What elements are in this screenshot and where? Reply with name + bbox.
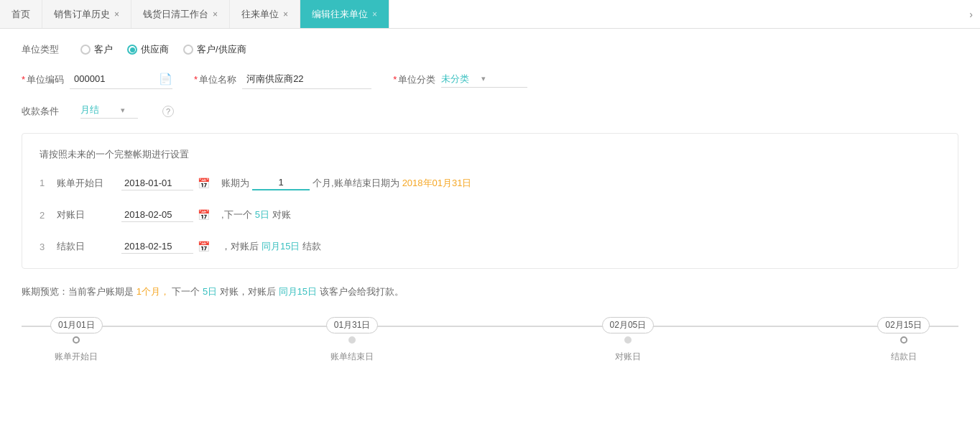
timeline-badge-2: 01月31日 [326,317,379,334]
settings-box: 请按照未来的一个完整帐期进行设置 1 账单开始日 📅 账期为 个月,账单结束日期… [22,133,958,269]
period-text-2: ,下一个 5日 对账 [221,208,291,221]
tab-home[interactable]: 首页 [0,0,42,28]
date-input-wrap-3: 📅 [121,239,210,254]
row-num-2: 2 [40,210,57,221]
settings-row-2: 2 对账日 📅 ,下一个 5日 对账 [40,208,940,222]
chevron-down-icon-2: ▾ [121,106,125,115]
settle-day: 同月15日 [262,240,300,253]
tab-cashier-close[interactable]: × [213,9,218,19]
unit-category-value: 未分类 [441,73,477,86]
timeline-node-2: 01月31日 账单结束日 [326,317,379,363]
help-icon[interactable]: ? [162,106,174,117]
radio-supplier-label: 供应商 [141,43,169,56]
timeline-wrap: 01月01日 账单开始日 01月31日 账单结束日 02月05日 对账日 02月… [43,317,937,363]
tab-sales-history-label: 销售订单历史 [54,8,110,21]
tabs-bar: 首页 销售订单历史 × 钱货日清工作台 × 往来单位 × 编辑往来单位 × › [0,0,980,29]
radio-both[interactable]: 客户/供应商 [183,43,246,56]
tab-sales-history[interactable]: 销售订单历史 × [42,0,131,28]
unit-code-label: *单位编码 [22,73,64,86]
period-text-3: ，对账后 同月15日 结款 [221,240,321,253]
calendar-icon-1[interactable]: 📅 [198,178,210,189]
timeline-node-4: 02月15日 结款日 [877,317,930,363]
period-prefix: 账期为 [221,177,249,190]
unit-code-group: *单位编码 📄 [22,70,172,89]
unit-type-row: 单位类型 客户 供应商 客户/供应商 [22,43,958,56]
date-input-wrap-1: 📅 [121,176,210,190]
calendar-icon-3[interactable]: 📅 [198,241,210,252]
period-text-1: 账期为 个月,账单结束日期为 2018年01月31日 [221,175,471,190]
timeline-container: 01月01日 账单开始日 01月31日 账单结束日 02月05日 对账日 02月… [22,317,958,363]
settle-prefix: ，对账后 [221,240,259,253]
unit-name-input[interactable] [242,70,371,87]
preview-prefix: 账期预览：当前客户账期是 [22,286,134,297]
timeline-node-3: 02月05日 对账日 [602,317,655,363]
reconcile-suffix: 对账 [272,208,291,221]
preview-section: 账期预览：当前客户账期是 1个月， 下一个 5日 对账，对账后 同月15日 该客… [22,283,958,363]
tab-edit-partner-close[interactable]: × [372,9,377,19]
settings-row-3: 3 结款日 📅 ，对账后 同月15日 结款 [40,239,940,254]
period-end-date: 2018年01月31日 [402,177,472,190]
row-num-3: 3 [40,242,57,252]
settings-title: 请按照未来的一个完整帐期进行设置 [40,148,940,161]
timeline-badge-1: 01月01日 [50,317,103,334]
tab-partners[interactable]: 往来单位 × [230,0,300,28]
unit-code-input-wrap: 📄 [70,70,172,89]
period-suffix: 个月,账单结束日期为 [313,177,399,190]
radio-customer-label: 客户 [94,43,113,56]
date-input-wrap-2: 📅 [121,208,210,222]
row-label-2: 对账日 [57,208,121,221]
unit-type-radio-group: 客户 供应商 客户/供应商 [80,43,246,56]
tab-partners-close[interactable]: × [283,9,288,19]
preview-highlight-3: 同月15日 [279,286,317,297]
radio-customer-circle [80,45,91,55]
radio-supplier-circle [127,45,137,55]
tab-more-button[interactable]: › [962,0,980,28]
reconcile-day: 5日 [255,208,269,221]
preview-highlight-2: 5日 [203,286,217,297]
timeline-sublabel-1: 账单开始日 [55,351,98,363]
main-content: 单位类型 客户 供应商 客户/供应商 *单位编码 📄 [0,29,980,437]
tab-edit-partner[interactable]: 编辑往来单位 × [300,0,389,28]
unit-code-input[interactable] [70,70,156,87]
unit-category-select[interactable]: 未分类 ▾ [441,73,527,88]
timeline-sublabel-4: 结款日 [891,351,917,363]
radio-supplier[interactable]: 供应商 [127,43,169,56]
row-label-1: 账单开始日 [57,177,121,190]
unit-category-label: *单位分类 [393,73,435,86]
unit-info-row: *单位编码 📄 *单位名称 *单位分类 未分类 ▾ [22,70,958,89]
timeline-sublabel-3: 对账日 [615,351,641,363]
date-input-2[interactable] [121,208,193,222]
reconcile-prefix: ,下一个 [221,208,252,221]
timeline-sublabel-2: 账单结束日 [330,351,374,363]
radio-customer[interactable]: 客户 [80,43,113,56]
unit-category-group: *单位分类 未分类 ▾ [393,73,527,88]
timeline-dot-3 [624,336,632,344]
tab-cashier[interactable]: 钱货日清工作台 × [131,0,230,28]
timeline-dot-2 [348,336,356,344]
date-input-1[interactable] [121,176,193,190]
settle-suffix: 结款 [302,240,321,253]
row-label-3: 结款日 [57,240,121,253]
payment-terms-label: 收款条件 [22,105,59,118]
unit-code-copy-icon[interactable]: 📄 [159,73,172,86]
tab-home-label: 首页 [11,8,30,21]
period-input[interactable] [252,175,310,190]
timeline-badge-4: 02月15日 [877,317,930,334]
tab-sales-history-close[interactable]: × [114,9,119,19]
settings-row-1: 1 账单开始日 📅 账期为 个月,账单结束日期为 2018年01月31日 [40,175,940,190]
preview-text: 账期预览：当前客户账期是 1个月， 下一个 5日 对账，对账后 同月15日 该客… [22,283,958,300]
calendar-icon-2[interactable]: 📅 [198,209,210,221]
date-input-3[interactable] [121,239,193,254]
chevron-right-icon: › [969,9,973,20]
payment-terms-select[interactable]: 月结 ▾ [80,104,138,119]
unit-name-group: *单位名称 [194,70,371,89]
payment-terms-value: 月结 [80,104,116,116]
radio-both-label: 客户/供应商 [197,43,246,56]
preview-highlight-1: 1个月， [137,286,170,297]
chevron-down-icon: ▾ [481,74,486,83]
unit-name-label: *单位名称 [194,73,236,86]
preview-suffix: 该客户会给我打款。 [320,286,404,297]
timeline-dot-4 [900,336,907,344]
tab-partners-label: 往来单位 [241,8,279,21]
preview-middle-2: 对账，对账后 [220,286,276,297]
